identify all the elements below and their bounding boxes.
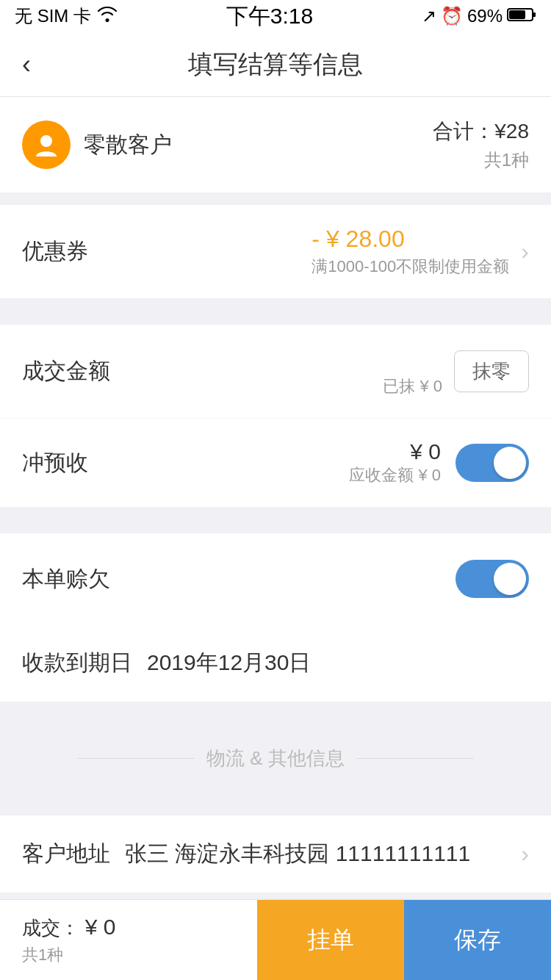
avatar — [22, 120, 71, 169]
divider-1 — [0, 310, 551, 325]
duedate-label: 收款到期日 — [22, 648, 132, 678]
total-count: 共1种 — [433, 148, 529, 172]
duedate-value: 2019年12月30日 — [147, 648, 311, 678]
save-button[interactable]: 保存 — [404, 900, 551, 980]
customer-name: 零散客户 — [84, 130, 172, 160]
bottom-deal-amount: ¥ 0 — [85, 915, 116, 939]
battery-text: 69% — [467, 6, 503, 26]
logistics-header: 物流 & 其他信息 — [0, 728, 551, 789]
status-right: ↗ ⏰ 69% — [422, 6, 536, 26]
coupon-info: - ¥ 28.00 满1000-100不限制使用金额 — [311, 226, 509, 278]
header-line-right — [356, 758, 474, 759]
nav-bar: ‹ 填写结算等信息 — [0, 32, 551, 97]
customer-left: 零散客户 — [22, 120, 172, 169]
svg-rect-2 — [509, 10, 525, 19]
bottom-count: 共1种 — [22, 944, 257, 966]
deal-section: 成交金额 0 已抹 ¥ 0 抹零 冲预收 ¥ 0 应收金额 ¥ 0 — [0, 325, 551, 507]
address-row[interactable]: 客户地址 张三 海淀永丰科技园 11111111111 › — [0, 815, 551, 893]
wifi-icon — [97, 6, 118, 26]
deal-label: 成交金额 — [22, 356, 110, 386]
prepayment-label: 冲预收 — [22, 448, 88, 478]
round-zero-button[interactable]: 抹零 — [454, 350, 529, 392]
coupon-desc: 满1000-100不限制使用金额 — [311, 256, 509, 278]
svg-rect-1 — [533, 12, 536, 17]
address-section: 客户地址 张三 海淀永丰科技园 11111111111 › — [0, 815, 551, 893]
chevron-right-icon: › — [521, 238, 529, 265]
status-left: 无 SIM 卡 — [15, 4, 118, 28]
coupon-row[interactable]: 优惠券 - ¥ 28.00 满1000-100不限制使用金额 › — [0, 204, 551, 298]
debt-toggle-knob — [494, 563, 526, 595]
status-bar: 无 SIM 卡 下午3:18 ↗ ⏰ 69% — [0, 0, 551, 32]
deal-amount-input[interactable]: 0 — [383, 345, 442, 372]
bottom-info: 成交： ¥ 0 共1种 — [0, 900, 257, 980]
status-time: 下午3:18 — [226, 1, 313, 32]
toggle-knob — [494, 447, 526, 479]
divider-2 — [0, 519, 551, 533]
bottom-deal-line: 成交： ¥ 0 — [22, 915, 257, 941]
coupon-section: 优惠券 - ¥ 28.00 满1000-100不限制使用金额 › — [0, 204, 551, 298]
address-left: 客户地址 张三 海淀永丰科技园 11111111111 — [22, 839, 470, 869]
no-sim-text: 无 SIM 卡 — [15, 4, 91, 28]
prepayment-amounts: ¥ 0 应收金额 ¥ 0 — [349, 439, 441, 486]
deal-sub-text: 已抹 ¥ 0 — [383, 375, 442, 397]
logistics-label: 物流 & 其他信息 — [206, 746, 345, 771]
coupon-right: - ¥ 28.00 满1000-100不限制使用金额 › — [311, 226, 529, 278]
bottom-deal-label: 成交： — [22, 917, 79, 939]
debt-label: 本单赊欠 — [22, 564, 110, 594]
hang-button[interactable]: 挂单 — [257, 900, 404, 980]
coupon-label: 优惠券 — [22, 237, 88, 267]
coupon-amount: - ¥ 28.00 — [311, 226, 509, 253]
prepayment-amount: ¥ 0 — [349, 439, 441, 464]
content: 零散客户 合计：¥28 共1种 优惠券 - ¥ 28.00 满1000-100不… — [0, 97, 551, 980]
debt-row: 本单赊欠 — [0, 533, 551, 624]
prepayment-row: 冲预收 ¥ 0 应收金额 ¥ 0 — [0, 419, 551, 507]
total-amount: 合计：¥28 — [433, 118, 529, 145]
deal-right: 0 已抹 ¥ 0 抹零 — [383, 345, 529, 397]
page-title: 填写结算等信息 — [188, 48, 363, 82]
address-value: 张三 海淀永丰科技园 11111111111 — [125, 839, 470, 869]
prepayment-sub-amount: 应收金额 ¥ 0 — [349, 464, 441, 486]
deal-value-wrap: 0 已抹 ¥ 0 — [383, 345, 442, 397]
address-chevron-icon: › — [521, 840, 529, 868]
location-icon: ↗ — [422, 6, 436, 26]
battery-icon — [507, 6, 536, 26]
customer-row: 零散客户 合计：¥28 共1种 — [0, 97, 551, 192]
back-button[interactable]: ‹ — [22, 49, 31, 80]
section-header-line: 物流 & 其他信息 — [22, 746, 529, 771]
svg-point-3 — [40, 135, 52, 147]
prepayment-toggle[interactable] — [455, 444, 529, 482]
divider-3 — [0, 713, 551, 728]
customer-total: 合计：¥28 共1种 — [433, 118, 529, 172]
address-label: 客户地址 — [22, 839, 110, 869]
divider-4 — [0, 801, 551, 815]
debt-section: 本单赊欠 收款到期日 2019年12月30日 — [0, 533, 551, 702]
bottom-bar: 成交： ¥ 0 共1种 挂单 保存 — [0, 899, 551, 980]
debt-toggle[interactable] — [455, 560, 529, 598]
prepayment-right: ¥ 0 应收金额 ¥ 0 — [349, 439, 529, 486]
duedate-row: 收款到期日 2019年12月30日 — [0, 624, 551, 702]
header-line-left — [77, 758, 195, 759]
deal-row: 成交金额 0 已抹 ¥ 0 抹零 — [0, 325, 551, 419]
alarm-icon: ⏰ — [441, 6, 463, 26]
